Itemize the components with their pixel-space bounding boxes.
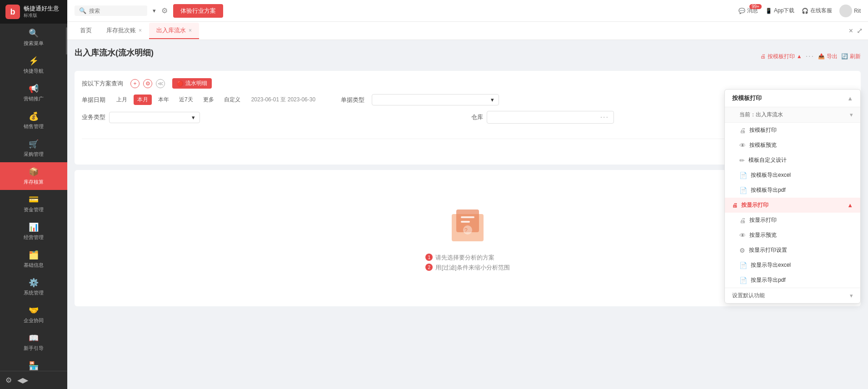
- sidebar-item-basic[interactable]: 🗂️ 基础信息: [0, 245, 67, 273]
- sidebar-item-appstore[interactable]: 🏪 应用中心: [0, 356, 67, 371]
- refresh-icon: 🔄: [841, 53, 848, 60]
- sidebar-item-sales[interactable]: 💰 销售管理: [0, 107, 67, 135]
- filter-collapse-icon[interactable]: ≪: [156, 79, 165, 88]
- printer-icon: 🖨: [739, 127, 746, 134]
- dropdown-item-template-custom[interactable]: ✏ 模板自定义设计: [725, 153, 860, 168]
- dropdown-item-display-excel[interactable]: 📄 按显示导出excel: [725, 258, 860, 273]
- dropdown-footer[interactable]: 设置默认功能 ▾: [725, 288, 860, 303]
- dropdown-section-display-print[interactable]: 🖨 按显示打印 ▲: [725, 198, 860, 213]
- dropdown-item-label: 按显示预览: [749, 231, 777, 239]
- empty-image: ?: [445, 203, 490, 248]
- gear-icon: ⚙️: [29, 278, 39, 288]
- trial-button[interactable]: 体验行业方案: [173, 4, 223, 18]
- biztype-select[interactable]: ▾: [109, 112, 200, 123]
- warehouse-more-icon[interactable]: ···: [600, 113, 609, 121]
- date-btn-lastmonth[interactable]: 上月: [113, 95, 131, 105]
- dropdown-item-template-excel[interactable]: 📄 按模板导出excel: [725, 168, 860, 183]
- filter-tag[interactable]: 🔴 流水明细: [172, 78, 212, 89]
- dropdown-item-display-print[interactable]: 🖨 按显示打印: [725, 213, 860, 228]
- more-icon[interactable]: ···: [806, 52, 814, 60]
- empty-tip-1: 1 请先选择要分析的方案: [425, 254, 509, 262]
- date-btn-thismonth[interactable]: 本月: [134, 95, 152, 105]
- username: Rit: [854, 8, 861, 14]
- date-btn-thisyear[interactable]: 本年: [155, 95, 173, 105]
- sidebar-item-marketing[interactable]: 📢 营销推广: [0, 79, 67, 107]
- sidebar-item-shortcut[interactable]: ⚡ 快捷导航: [0, 51, 67, 79]
- finance-icon: 💳: [29, 194, 39, 204]
- sidebar-item-label: 销售管理: [24, 123, 44, 130]
- dropdown-item-display-pdf[interactable]: 📄 按显示导出pdf: [725, 273, 860, 288]
- message-button[interactable]: 💬 消息 99+: [738, 7, 758, 15]
- topbar-right: 💬 消息 99+ 📱 App下载 🎧 在线客服 Rit: [738, 5, 861, 17]
- warehouse-select[interactable]: ···: [487, 111, 614, 124]
- dropdown-item-label: 按模板预览: [749, 141, 777, 149]
- tab-close-icon[interactable]: ×: [139, 27, 142, 34]
- sidebar-item-inventory[interactable]: 📦 库存核算: [0, 162, 67, 190]
- empty-tip-2: 2 用[过滤]条件来缩小分析范围: [425, 264, 509, 272]
- lightning-icon: ⚡: [29, 56, 39, 66]
- empty-illustration: ?: [445, 203, 490, 248]
- restore-icon[interactable]: ×: [849, 27, 853, 35]
- excel-icon: 📄: [739, 172, 747, 179]
- filter-row-top: 按以下方案查询 + ⚙ ≪ 🔴 流水明细: [82, 78, 853, 89]
- message-icon: 💬: [738, 8, 745, 14]
- date-btn-custom[interactable]: 自定义: [220, 95, 244, 105]
- dropdown-item-template-preview[interactable]: 👁 按模板预览: [725, 138, 860, 153]
- sidebar-item-label: 营销推广: [24, 95, 44, 102]
- sidebar-item-label: 采购管理: [24, 151, 44, 158]
- app-download-button[interactable]: 📱 App下载: [765, 7, 794, 15]
- section-arrow-icon: ▲: [847, 202, 853, 209]
- online-service-button[interactable]: 🎧 在线客服: [802, 7, 832, 15]
- phone-icon: 📱: [765, 8, 772, 14]
- filter-gear-icon[interactable]: ⚙: [143, 79, 152, 88]
- refresh-label: 刷新: [850, 53, 861, 60]
- settings-icon[interactable]: ⚙: [5, 376, 12, 384]
- collapse-sidebar-icon[interactable]: ◀▶: [17, 376, 28, 384]
- sidebar-item-newbie[interactable]: 📖 新手引导: [0, 329, 67, 356]
- tab-close-active-icon[interactable]: ×: [189, 27, 192, 34]
- maximize-icon[interactable]: ⤢: [857, 26, 863, 35]
- sidebar-item-system[interactable]: ⚙️ 系统管理: [0, 273, 67, 301]
- dropdown-item-display-settings[interactable]: ⚙ 按显示打印设置: [725, 243, 860, 258]
- doctype-select[interactable]: ▾: [372, 94, 499, 105]
- tab-flowdetail[interactable]: 出入库流水 ×: [149, 23, 199, 39]
- search-input[interactable]: [89, 8, 135, 14]
- user-avatar-button[interactable]: Rit: [839, 5, 861, 17]
- sidebar-item-purchase[interactable]: 🛒 采购管理: [0, 135, 67, 162]
- dropdown-item-template-pdf[interactable]: 📄 按模板导出pdf: [725, 183, 860, 198]
- tab-batch[interactable]: 库存批次账 ×: [99, 23, 149, 39]
- sidebar-item-label: 基础信息: [24, 262, 44, 269]
- dropdown-item-display-preview[interactable]: 👁 按显示预览: [725, 228, 860, 243]
- tab-home[interactable]: 首页: [73, 23, 99, 39]
- print-dropdown-panel: 按模板打印 ▲ 当前：出入库流水 ▾ 🖨 按模板打印 👁 按模板预览 ✏: [724, 89, 861, 304]
- date-btn-more[interactable]: 更多: [200, 95, 218, 105]
- dropdown-item-label: 按显示导出pdf: [751, 276, 786, 284]
- chart-icon: 📊: [29, 222, 39, 232]
- sidebar-item-label: 搜索菜单: [24, 40, 44, 47]
- tab-label: 库存批次账: [106, 26, 136, 35]
- print-template-button[interactable]: 🖨 按模板打印 ▲: [760, 53, 802, 60]
- sidebar-item-operation[interactable]: 📊 经营管理: [0, 218, 67, 245]
- empty-tip-text-2: 用[过滤]条件来缩小分析范围: [435, 264, 509, 272]
- dropdown-item-label: 按模板导出pdf: [751, 186, 786, 194]
- export-button[interactable]: 📤 导出: [818, 53, 838, 60]
- print-template-label: 按模板打印: [768, 53, 795, 60]
- dropdown-current-label: 当前：出入库流水: [739, 111, 783, 119]
- filter-add-icon[interactable]: +: [130, 79, 140, 88]
- sidebar-item-finance[interactable]: 💳 资金管理: [0, 190, 67, 218]
- dropdown-item-label: 模板自定义设计: [748, 156, 787, 164]
- topbar-dropdown[interactable]: ▾: [153, 7, 156, 14]
- sidebar-item-collab[interactable]: 🤝 企业协同: [0, 301, 67, 329]
- dropdown-close-icon[interactable]: ▲: [847, 95, 853, 102]
- date-btn-7days[interactable]: 近7天: [175, 95, 197, 105]
- sidebar-item-label: 库存核算: [24, 179, 44, 185]
- topbar-gear-icon[interactable]: ⚙: [161, 6, 168, 15]
- sidebar-item-search[interactable]: 🔍 搜索菜单: [0, 24, 67, 51]
- tabs-right: × ⤢: [849, 26, 863, 35]
- dropdown-current-arrow-icon: ▾: [850, 111, 853, 118]
- dropdown-item-template-print[interactable]: 🖨 按模板打印: [725, 123, 860, 138]
- refresh-button[interactable]: 🔄 刷新: [841, 53, 861, 60]
- topbar-search[interactable]: 🔍: [75, 5, 147, 16]
- topbar: 🔍 ▾ ⚙ 体验行业方案 💬 消息 99+ 📱 App下载 🎧: [67, 0, 868, 22]
- dropdown-current[interactable]: 当前：出入库流水 ▾: [725, 107, 860, 123]
